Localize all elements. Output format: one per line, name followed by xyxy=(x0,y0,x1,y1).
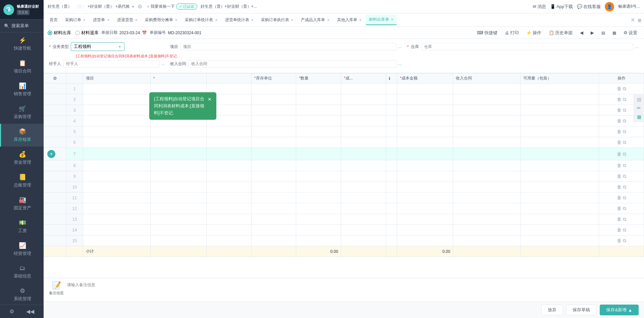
table-cell[interactable] xyxy=(251,148,296,160)
table-cell[interactable] xyxy=(521,116,599,126)
table-cell[interactable] xyxy=(150,193,206,203)
tab-purchase-order[interactable]: 采购订单 ✕ xyxy=(62,15,89,25)
table-cell[interactable] xyxy=(397,193,453,203)
table-cell[interactable] xyxy=(453,182,521,193)
tab-finished-goods[interactable]: 产成品入库单 ✕ xyxy=(298,15,333,25)
table-cell[interactable] xyxy=(150,126,206,137)
user-name[interactable]: 畅康通8号... xyxy=(618,4,640,9)
table-cell[interactable] xyxy=(453,203,521,214)
sidebar-item-assets[interactable]: 🏭 固定资产 xyxy=(0,192,44,215)
topbar-settings-icon[interactable]: ⚙ xyxy=(138,3,142,10)
table-cell[interactable] xyxy=(453,214,521,225)
table-cell[interactable] xyxy=(83,193,151,203)
table-cell[interactable] xyxy=(251,126,296,137)
copy-icon[interactable]: ⧉ xyxy=(623,184,626,190)
table-cell[interactable] xyxy=(386,225,397,235)
app-download-btn[interactable]: 📱 App下载 xyxy=(550,4,573,10)
table-cell[interactable] xyxy=(296,193,341,203)
table-cell[interactable] xyxy=(521,182,599,193)
tab-purchase-expense[interactable]: 采购费用分摊单 ✕ xyxy=(142,15,181,25)
settings-icon[interactable]: ⚙ xyxy=(9,308,14,315)
table-cell[interactable] xyxy=(296,105,341,116)
delete-icon[interactable]: 🗑 xyxy=(617,227,622,232)
table-cell[interactable] xyxy=(453,84,521,94)
delete-icon[interactable]: 🗑 xyxy=(617,173,622,179)
table-cell[interactable] xyxy=(386,160,397,171)
delete-icon[interactable]: 🗑 xyxy=(617,184,622,190)
table-settings-col[interactable]: ⚙ xyxy=(44,73,66,84)
table-cell[interactable] xyxy=(386,235,397,246)
table-cell[interactable] xyxy=(150,171,206,182)
discard-button[interactable]: 放弃 xyxy=(541,305,563,315)
collapse-icon[interactable]: ◀◀ xyxy=(26,308,34,315)
table-cell[interactable] xyxy=(83,148,151,160)
table-cell[interactable] xyxy=(453,160,521,171)
copy-icon[interactable]: ⧉ xyxy=(623,195,626,200)
delete-icon[interactable]: 🗑 xyxy=(617,238,622,243)
table-cell[interactable] xyxy=(397,225,453,235)
copy-icon[interactable]: ⧉ xyxy=(623,140,626,145)
table-cell[interactable] xyxy=(251,94,296,105)
col-header-cost-info[interactable]: ℹ xyxy=(386,73,397,84)
table-cell[interactable] xyxy=(206,171,251,182)
project-input[interactable] xyxy=(180,43,396,50)
table-cell[interactable] xyxy=(251,137,296,148)
table-cell[interactable] xyxy=(397,116,453,126)
table-cell[interactable] xyxy=(453,94,521,105)
table-cell[interactable] xyxy=(341,193,386,203)
table-cell[interactable] xyxy=(521,137,599,148)
copy-icon[interactable]: ⧉ xyxy=(623,118,626,123)
table-cell[interactable] xyxy=(397,203,453,214)
col-header-quantity[interactable]: *数量 xyxy=(296,73,341,84)
tab-close-purchase-exec[interactable]: ✕ xyxy=(291,18,293,22)
table-cell[interactable] xyxy=(150,214,206,225)
delete-icon[interactable]: 🗑 xyxy=(617,118,622,123)
sidebar-item-ops[interactable]: 📈 经营管理 xyxy=(0,238,44,261)
table-cell[interactable] xyxy=(386,105,397,116)
table-cell[interactable] xyxy=(386,116,397,126)
table-cell[interactable] xyxy=(251,193,296,203)
table-cell[interactable] xyxy=(521,126,599,137)
table-cell[interactable] xyxy=(83,171,151,182)
delete-icon[interactable]: 🗑 xyxy=(617,140,622,145)
table-cell[interactable] xyxy=(341,84,386,94)
table-cell[interactable] xyxy=(251,171,296,182)
table-cell[interactable] xyxy=(521,193,599,203)
table-cell[interactable] xyxy=(296,203,341,214)
table-cell[interactable] xyxy=(206,203,251,214)
table-cell[interactable] xyxy=(397,105,453,116)
table-cell[interactable] xyxy=(521,214,599,225)
tab-goods-receipt[interactable]: 进货单 ✕ xyxy=(90,15,113,25)
table-cell[interactable] xyxy=(251,225,296,235)
trial-label[interactable]: ○ 我要体验一下 xyxy=(147,4,175,9)
tab-home[interactable]: 首页 xyxy=(46,15,61,25)
table-cell[interactable] xyxy=(341,160,386,171)
right-panel-icon1[interactable]: ▤ xyxy=(635,95,643,103)
table-cell[interactable] xyxy=(296,160,341,171)
table-cell[interactable] xyxy=(296,182,341,193)
table-settings-icon[interactable]: ⚙ xyxy=(53,76,57,81)
table-cell[interactable] xyxy=(296,225,341,235)
copy-icon[interactable]: ⧉ xyxy=(623,86,626,91)
copy-icon[interactable]: ⧉ xyxy=(623,227,626,232)
user-avatar[interactable]: 👤 xyxy=(605,2,614,11)
tab-close-goods-return[interactable]: ✕ xyxy=(135,18,138,22)
operations-btn[interactable]: ⚡ 操作 xyxy=(524,29,544,37)
col-header-col3[interactable]: * xyxy=(150,73,206,84)
table-cell[interactable] xyxy=(397,126,453,137)
tab-material-out[interactable]: 材料出库单 ✕ xyxy=(366,15,397,25)
layout-btn2[interactable]: ▦ xyxy=(610,30,619,36)
table-cell[interactable] xyxy=(341,235,386,246)
table-cell[interactable] xyxy=(251,214,296,225)
table-cell[interactable] xyxy=(150,225,206,235)
table-cell[interactable] xyxy=(341,126,386,137)
topbar-item-yidaizhang[interactable]: +易代账 xyxy=(115,4,130,9)
col-header-income-contract[interactable]: 收入合同 xyxy=(453,73,521,84)
table-cell[interactable] xyxy=(206,160,251,171)
tab-purchase-stats[interactable]: 采购订单统计表 ✕ xyxy=(181,15,221,25)
tab-goods-return[interactable]: 进退货货 ✕ xyxy=(114,15,141,25)
table-cell[interactable] xyxy=(397,235,453,246)
table-cell[interactable] xyxy=(296,126,341,137)
table-cell[interactable] xyxy=(83,84,151,94)
sidebar-item-finance[interactable]: 💰 资金管理 xyxy=(0,147,44,169)
